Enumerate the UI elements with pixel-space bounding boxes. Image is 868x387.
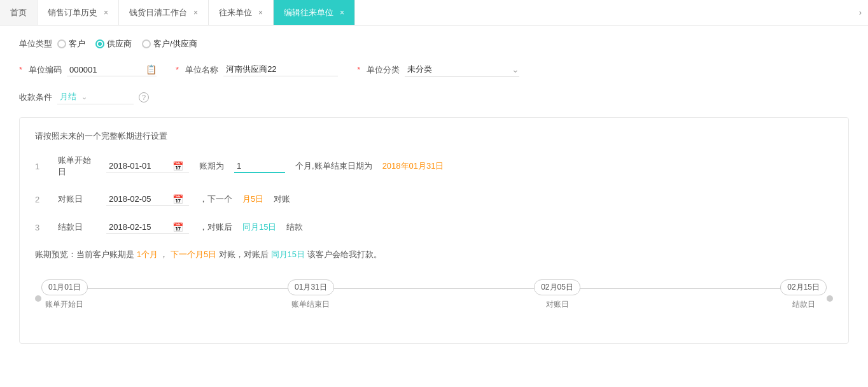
unit-type-group: 单位类型 客户 供应商 客户/供应商	[19, 38, 197, 50]
close-icon[interactable]: ×	[258, 8, 263, 17]
billing-instruction: 请按照未来的一个完整帐期进行设置	[35, 130, 833, 142]
timeline-label-4: 结款日	[792, 299, 815, 310]
timeline-node-1: 01月01日 账单开始日	[41, 279, 88, 310]
billing-row-2: 2 对账日 📅 ，下一个 月5日 对账	[35, 193, 833, 206]
payment-terms-row: 收款条件 月结 ⌄ ?	[19, 90, 849, 104]
unit-type-label: 单位类型	[19, 38, 52, 50]
close-icon[interactable]: ×	[340, 8, 344, 17]
period-prefix: 账期为	[199, 160, 224, 172]
row-num-3: 3	[35, 223, 48, 232]
preview-teal: 同月15日	[271, 250, 305, 259]
unit-category-group: * 单位分类 未分类 ⌄	[357, 62, 519, 77]
payment-date-input[interactable]	[106, 221, 170, 233]
reconcile-suffix2: 对账	[274, 194, 290, 205]
unit-category-label: 单位分类	[367, 64, 400, 76]
chevron-down-icon[interactable]: ⌄	[512, 64, 519, 74]
required-star: *	[176, 65, 179, 74]
preview-prefix: 账期预览：当前客户账期是	[35, 250, 134, 259]
start-date-wrap: 📅	[106, 160, 189, 172]
timeline-badge-2: 01月31日	[288, 279, 334, 295]
radio-supplier[interactable]: 供应商	[95, 38, 132, 50]
chevron-down-icon[interactable]: ⌄	[81, 93, 87, 101]
required-star: *	[19, 65, 22, 74]
radio-label-both: 客户/供应商	[153, 38, 197, 50]
tab-sales-order-history[interactable]: 销售订单历史 ×	[38, 0, 119, 25]
period-end-date: 2018年01月31日	[382, 160, 444, 172]
radio-both[interactable]: 客户/供应商	[142, 38, 197, 50]
billing-row-1: 1 账单开始日 📅 账期为 个月,账单结束日期为 2018年01月31日	[35, 155, 833, 178]
timeline-label-2: 账单结束日	[291, 299, 330, 310]
reconcile-date-input[interactable]	[106, 193, 170, 205]
tab-home[interactable]: 首页	[0, 0, 38, 25]
tab-partner-unit[interactable]: 往来单位 ×	[209, 0, 274, 25]
unit-info-row: * 单位编码 📋 * 单位名称 * 单位分类 未分类 ⌄	[19, 62, 849, 77]
tab-cash-work[interactable]: 钱货日清工作台 ×	[119, 0, 209, 25]
calendar-icon-2[interactable]: 📅	[172, 194, 183, 204]
calendar-icon-3[interactable]: 📅	[172, 222, 183, 232]
unit-name-label: 单位名称	[185, 64, 218, 76]
period-input[interactable]	[234, 160, 279, 172]
unit-name-group: * 单位名称	[176, 64, 338, 76]
payment-teal: 同月15日	[242, 222, 276, 233]
reconcile-suffix1: ，下一个	[199, 194, 232, 205]
timeline: 01月01日 账单开始日 01月31日 账单结束日 02月05日 对账日 0	[35, 273, 833, 330]
radio-customer[interactable]: 客户	[57, 38, 85, 50]
payment-suffix1: ，对账后	[199, 222, 232, 233]
preview-mid2: 对账，对账后	[219, 250, 269, 259]
unit-code-group: * 单位编码 📋	[19, 64, 157, 76]
unit-code-input-wrap: 📋	[67, 64, 157, 76]
payment-terms-group: 收款条件 月结 ⌄ ?	[19, 90, 149, 104]
period-suffix: 个月,账单结束日期为	[295, 160, 372, 172]
tab-bar: 首页 销售订单历史 × 钱货日清工作台 × 往来单位 × 编辑往来单位 × ›	[0, 0, 868, 25]
unit-type-radio-group: 客户 供应商 客户/供应商	[57, 38, 197, 50]
billing-card: 请按照未来的一个完整帐期进行设置 1 账单开始日 📅 账期为 个月,账单结束日期…	[19, 117, 849, 344]
timeline-node-4: 02月15日 结款日	[780, 279, 827, 310]
billing-row-3: 3 结款日 📅 ，对账后 同月15日 结款	[35, 221, 833, 234]
unit-category-value: 未分类	[405, 62, 507, 76]
preview-mid1: ，	[160, 250, 168, 259]
tab-edit-partner[interactable]: 编辑往来单位 ×	[274, 0, 355, 25]
preview-orange2: 下一个月5日	[171, 250, 216, 259]
unit-category-select[interactable]: 未分类 ⌄	[405, 62, 519, 77]
billing-label-1: 账单开始日	[58, 155, 96, 178]
payment-terms-select[interactable]: 月结 ⌄	[57, 90, 134, 104]
timeline-label-1: 账单开始日	[45, 299, 83, 310]
timeline-node-3: 02月05日 对账日	[534, 279, 580, 310]
unit-code-label: 单位编码	[29, 64, 62, 76]
timeline-node-2: 01月31日 账单结束日	[288, 279, 334, 310]
calendar-icon-1[interactable]: 📅	[172, 161, 183, 171]
timeline-label-3: 对账日	[546, 299, 569, 310]
copy-icon[interactable]: 📋	[146, 64, 157, 74]
reconcile-orange: 月5日	[242, 194, 263, 205]
radio-circle-both	[142, 39, 151, 48]
billing-label-2: 对账日	[58, 194, 96, 205]
row-num-1: 1	[35, 162, 48, 171]
start-date-input[interactable]	[106, 160, 170, 172]
close-icon[interactable]: ×	[104, 8, 108, 17]
radio-circle-supplier	[95, 39, 104, 48]
preview-text: 账期预览：当前客户账期是 1个月 ， 下一个月5日 对账，对账后 同月15日 该…	[35, 249, 833, 260]
timeline-badge-3: 02月05日	[534, 279, 580, 295]
preview-orange1: 1个月	[137, 250, 158, 259]
billing-label-3: 结款日	[58, 222, 96, 233]
timeline-badge-4: 02月15日	[780, 279, 827, 295]
tab-more-arrow[interactable]: ›	[853, 0, 868, 25]
row-num-2: 2	[35, 195, 48, 204]
help-icon[interactable]: ?	[139, 92, 149, 102]
payment-terms-value: 月结	[57, 90, 79, 104]
unit-name-input[interactable]	[223, 64, 338, 76]
preview-suffix: 该客户会给我打款。	[307, 250, 382, 259]
main-content: 单位类型 客户 供应商 客户/供应商 * 单位编码	[0, 25, 868, 387]
payment-terms-label: 收款条件	[19, 92, 52, 103]
period-input-wrap	[234, 160, 285, 173]
radio-circle-customer	[57, 39, 66, 48]
payment-suffix2: 结款	[286, 222, 303, 233]
payment-date-wrap: 📅	[106, 221, 189, 234]
required-star: *	[357, 65, 360, 74]
radio-label-supplier: 供应商	[107, 38, 132, 50]
timeline-badge-1: 01月01日	[41, 279, 88, 295]
close-icon[interactable]: ×	[193, 8, 198, 17]
unit-type-row: 单位类型 客户 供应商 客户/供应商	[19, 38, 849, 50]
unit-code-input[interactable]	[67, 64, 143, 76]
radio-label-customer: 客户	[69, 38, 85, 50]
